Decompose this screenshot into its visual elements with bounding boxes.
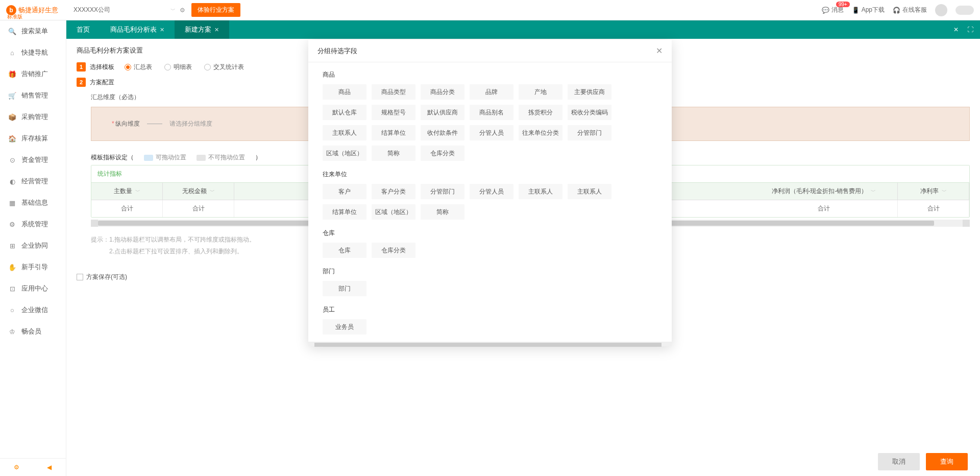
field-group-title: 员工	[323, 305, 657, 314]
field-tag[interactable]: 客户	[323, 184, 366, 199]
field-tag[interactable]: 分管部门	[568, 125, 611, 140]
field-tag[interactable]: 简称	[421, 204, 464, 220]
field-tag[interactable]: 分管部门	[421, 184, 464, 199]
field-tag[interactable]: 客户分类	[372, 184, 415, 199]
field-tag[interactable]: 品牌	[470, 84, 513, 100]
field-tag[interactable]: 分管人员	[470, 184, 513, 199]
field-tags: 客户客户分类分管部门分管人员主联系人主联系人结算单位区域（地区）简称	[323, 184, 657, 220]
modal-body: 商品商品商品类型商品分类品牌产地主要供应商默认仓库规格型号默认供应商商品别名拣货…	[308, 62, 672, 342]
field-tags: 部门	[323, 281, 657, 296]
field-tag[interactable]: 主联系人	[323, 125, 366, 140]
field-group-1: 往来单位客户客户分类分管部门分管人员主联系人主联系人结算单位区域（地区）简称	[323, 170, 657, 220]
field-tag[interactable]: 产地	[519, 84, 562, 100]
field-tags: 商品商品类型商品分类品牌产地主要供应商默认仓库规格型号默认供应商商品别名拣货积分…	[323, 84, 657, 161]
field-tag[interactable]: 主联系人	[519, 184, 562, 199]
modal-horizontal-scrollbar[interactable]	[308, 342, 672, 347]
field-tag[interactable]: 仓库分类	[421, 146, 464, 161]
field-tag[interactable]: 结算单位	[323, 204, 366, 220]
field-tag[interactable]: 默认仓库	[323, 105, 366, 120]
field-group-title: 仓库	[323, 229, 657, 237]
field-tag[interactable]: 商品	[323, 84, 366, 100]
field-tags: 业务员	[323, 319, 657, 335]
field-tag[interactable]: 分管人员	[470, 125, 513, 140]
modal-header: 分组待选字段 ✕	[308, 40, 672, 62]
field-group-3: 部门部门	[323, 267, 657, 296]
field-tag[interactable]: 规格型号	[372, 105, 415, 120]
field-tag[interactable]: 主联系人	[568, 184, 611, 199]
field-tag[interactable]: 税收分类编码	[568, 105, 611, 120]
field-selector-modal: 分组待选字段 ✕ 商品商品商品类型商品分类品牌产地主要供应商默认仓库规格型号默认…	[308, 40, 672, 346]
field-tag[interactable]: 区域（地区）	[372, 204, 415, 220]
field-tag[interactable]: 部门	[323, 281, 366, 296]
field-group-0: 商品商品商品类型商品分类品牌产地主要供应商默认仓库规格型号默认供应商商品别名拣货…	[323, 70, 657, 161]
field-tag[interactable]: 拣货积分	[519, 105, 562, 120]
field-group-title: 商品	[323, 70, 657, 79]
field-tag[interactable]: 区域（地区）	[323, 146, 366, 161]
field-tag[interactable]: 简称	[372, 146, 415, 161]
field-tag[interactable]: 仓库分类	[372, 243, 415, 258]
field-tag[interactable]: 商品别名	[470, 105, 513, 120]
field-tag[interactable]: 仓库	[323, 243, 366, 258]
field-tag[interactable]: 默认供应商	[421, 105, 464, 120]
field-tag[interactable]: 主要供应商	[568, 84, 611, 100]
field-tag[interactable]: 往来单位分类	[519, 125, 562, 140]
field-tag[interactable]: 商品分类	[421, 84, 464, 100]
modal-title: 分组待选字段	[317, 46, 357, 56]
modal-scrollbar-thumb[interactable]	[314, 343, 662, 347]
field-tag[interactable]: 业务员	[323, 319, 366, 335]
field-tag[interactable]: 商品类型	[372, 84, 415, 100]
field-tags: 仓库仓库分类	[323, 243, 657, 258]
field-group-2: 仓库仓库仓库分类	[323, 229, 657, 258]
field-group-title: 部门	[323, 267, 657, 276]
field-tag[interactable]: 结算单位	[372, 125, 415, 140]
field-tag[interactable]: 收付款条件	[421, 125, 464, 140]
field-group-title: 往来单位	[323, 170, 657, 179]
modal-close-button[interactable]: ✕	[656, 46, 663, 56]
field-group-4: 员工业务员	[323, 305, 657, 335]
